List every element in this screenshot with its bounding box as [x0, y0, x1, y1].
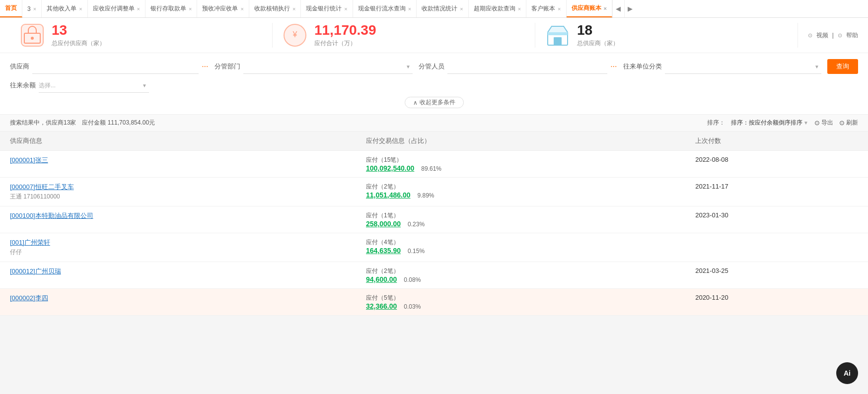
nav-tab-cashstat[interactable]: 现金银行统计 ×	[301, 0, 353, 17]
supplier-info-cell: [000001]张三	[0, 151, 356, 178]
nav-tab-3[interactable]: 3 ×	[22, 0, 42, 17]
nav-prev-arrow[interactable]: ◀	[612, 0, 624, 17]
supplier-link[interactable]: [001]广州荣轩	[10, 239, 50, 246]
close-icon[interactable]: ×	[460, 6, 463, 12]
tab-collection-label: 收款核销执行	[254, 4, 290, 13]
nav-tab-collection[interactable]: 收款核销执行 ×	[249, 0, 301, 17]
nav-tab-bank[interactable]: 银行存取款单 ×	[145, 0, 197, 17]
payable-amount-number: 11,170.39	[314, 23, 376, 38]
tx-pct-value: 0.08%	[404, 276, 421, 283]
tx-amount-row: 11,051,486.009.89%	[366, 191, 675, 199]
tx-pct-value: 9.89%	[418, 192, 434, 199]
last-pay-cell: 2021-11-17	[685, 178, 868, 206]
tab-supplier-label: 供应商账本	[572, 4, 601, 12]
filter-person: 分管人员 ···	[419, 59, 617, 74]
query-button[interactable]: 查询	[827, 59, 858, 74]
payable-supplier-icon	[20, 23, 45, 48]
data-table-wrap: 供应商信息 应付交易信息（占比） 上次付数 [000001]张三应付（15笔）1…	[0, 131, 868, 316]
tx-amount-value[interactable]: 32,366.00	[366, 302, 397, 310]
close-icon[interactable]: ×	[33, 6, 36, 12]
close-icon[interactable]: ×	[518, 6, 521, 12]
last-pay-cell: 2021-03-25	[685, 262, 868, 289]
supplier-link[interactable]: [000001]张三	[10, 156, 48, 164]
refresh-button[interactable]: ⊙ 刷新	[839, 119, 858, 127]
supplier-dots[interactable]: ···	[202, 62, 208, 71]
tx-amount-value[interactable]: 100,092,540.00	[366, 164, 414, 172]
nav-tab-cashflow[interactable]: 现金银行流水查询 ×	[353, 0, 417, 17]
nav-tab-prepay[interactable]: 预收冲应收单 ×	[197, 0, 249, 17]
last-pay-cell: 2020-11-20	[685, 289, 868, 316]
sort-link[interactable]: 排序：按应付余额倒序排序 ▼	[731, 119, 808, 127]
supplier-link[interactable]: [000002]李四	[10, 294, 48, 302]
result-info: 搜索结果中，供应商13家 应付金额 111,703,854.00元	[10, 119, 155, 127]
dept-select[interactable]	[243, 59, 413, 74]
close-icon[interactable]: ×	[558, 6, 561, 12]
balance-select[interactable]: 选择...	[39, 78, 149, 93]
video-link[interactable]: 视频	[816, 31, 828, 40]
col-tx-info: 应付交易信息（占比）	[356, 131, 685, 151]
stats-bar: 13 总应付供应商（家） ¥ 11,170.39 应付合计（万） 18	[0, 18, 868, 53]
total-suppliers-number: 18	[577, 23, 619, 38]
refresh-icon: ⊙	[839, 119, 845, 127]
supplier-link[interactable]: [000012]广州贝瑞	[10, 267, 61, 275]
collapse-label: 收起更多条件	[420, 98, 455, 107]
supplier-input[interactable]	[32, 59, 199, 74]
nav-tab-home[interactable]: 首页	[0, 0, 22, 17]
tx-info-cell: 应付（4笔）164,635.900.15%	[356, 233, 685, 262]
export-label: 导出	[821, 119, 833, 127]
tx-amount-row: 258,000.000.23%	[366, 220, 675, 228]
nav-next-arrow[interactable]: ▶	[624, 0, 636, 17]
tx-amount-row: 164,635.900.15%	[366, 247, 675, 255]
tab-other-income-label: 其他收入单	[47, 4, 76, 13]
svg-point-2	[31, 37, 34, 40]
tab-overdue-label: 超期应收款查询	[474, 4, 515, 13]
tx-amount-value[interactable]: 164,635.90	[366, 247, 401, 255]
result-amount-text: 应付金额 111,703,854.00元	[82, 119, 155, 127]
filter-supplier: 供应商 ···	[10, 59, 209, 74]
person-input[interactable]	[447, 59, 607, 74]
close-icon[interactable]: ×	[189, 6, 192, 12]
collapse-button[interactable]: ∧ 收起更多条件	[405, 97, 464, 108]
tab-adjust-label: 应收应付调整单	[93, 4, 135, 13]
category-select[interactable]	[665, 59, 822, 74]
supplier-link[interactable]: [000100]本特勤油品有限公司	[10, 212, 93, 219]
supplier-info-cell: [000002]李四	[0, 289, 356, 316]
tx-amount-value[interactable]: 11,051,486.00	[366, 191, 411, 199]
dept-label: 分管部门	[215, 62, 240, 71]
last-pay-cell	[685, 233, 868, 262]
tx-amount-value[interactable]: 258,000.00	[366, 220, 401, 228]
close-icon[interactable]: ×	[408, 6, 411, 12]
close-icon[interactable]: ×	[292, 6, 295, 12]
close-icon[interactable]: ×	[604, 5, 607, 11]
export-button[interactable]: ⊙ 导出	[814, 119, 833, 127]
nav-tab-supplier[interactable]: 供应商账本 ×	[567, 0, 612, 17]
close-icon[interactable]: ×	[240, 6, 243, 12]
tx-info-cell: 应付（2笔）11,051,486.009.89%	[356, 178, 685, 206]
nav-tab-receivable[interactable]: 收款情况统计 ×	[417, 0, 468, 17]
table-row: [000007]恒旺二手叉车王通 17106110000应付（2笔）11,051…	[0, 178, 868, 206]
tx-label: 应付（4笔）	[366, 238, 675, 247]
supplier-info-cell: [000007]恒旺二手叉车王通 17106110000	[0, 178, 356, 206]
tx-amount-row: 100,092,540.0089.61%	[366, 164, 675, 172]
stat-payable-amount: ¥ 11,170.39 应付合计（万）	[273, 23, 535, 48]
sort-chevron-icon: ▼	[803, 120, 808, 126]
top-nav: 首页 3 × 其他收入单 × 应收应付调整单 × 银行存取款单 × 预收冲应收单…	[0, 0, 868, 18]
nav-tab-adjust[interactable]: 应收应付调整单 ×	[88, 0, 145, 17]
close-icon[interactable]: ×	[344, 6, 347, 12]
supplier-sub-info: 仔仔	[10, 248, 346, 257]
person-dots[interactable]: ···	[610, 62, 617, 71]
data-table: 供应商信息 应付交易信息（占比） 上次付数 [000001]张三应付（15笔）1…	[0, 131, 868, 316]
tx-label: 应付（2笔）	[366, 183, 675, 191]
tab3-label: 3	[27, 5, 31, 12]
help-link[interactable]: 帮助	[846, 31, 858, 40]
stat-amount-info: 11,170.39 应付合计（万）	[314, 23, 376, 48]
svg-text:¥: ¥	[292, 30, 297, 39]
nav-tab-customer[interactable]: 客户账本 ×	[526, 0, 566, 17]
nav-tab-other-income[interactable]: 其他收入单 ×	[42, 0, 87, 17]
category-label: 往来单位分类	[623, 62, 662, 71]
tx-amount-value[interactable]: 94,600.00	[366, 275, 397, 283]
close-icon[interactable]: ×	[137, 6, 140, 12]
supplier-link[interactable]: [000007]恒旺二手叉车	[10, 183, 74, 191]
nav-tab-overdue[interactable]: 超期应收款查询 ×	[469, 0, 526, 17]
close-icon[interactable]: ×	[79, 6, 82, 12]
